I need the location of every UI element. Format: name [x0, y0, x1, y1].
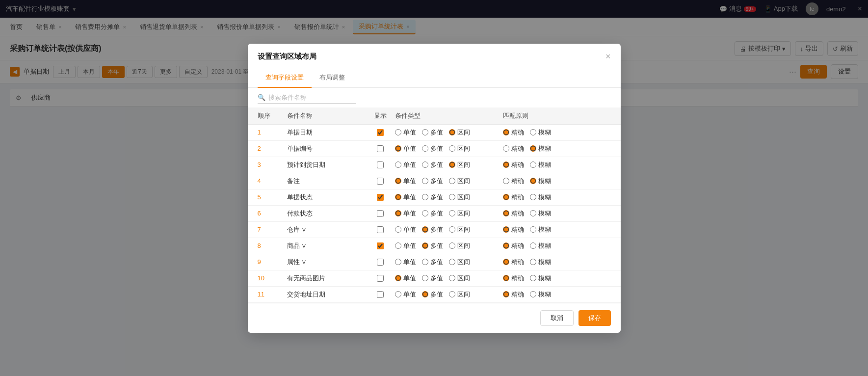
cell-order: 3	[258, 161, 287, 168]
display-checkbox-wrap[interactable]	[377, 259, 384, 266]
dialog-close-btn[interactable]: ×	[605, 52, 611, 62]
display-checkbox[interactable]	[377, 226, 384, 233]
radio-match_exact[interactable]: 精确	[503, 225, 524, 234]
save-button[interactable]: 保存	[579, 310, 611, 326]
display-checkbox[interactable]	[377, 259, 384, 266]
radio-match_fuzzy[interactable]: 模糊	[530, 209, 551, 218]
radio-match_exact[interactable]: 精确	[503, 274, 524, 283]
radio-match_exact[interactable]: 精确	[503, 290, 524, 299]
type-radio-group: 单值 多值 区间	[395, 242, 470, 250]
condition-name: 单据日期	[287, 128, 313, 137]
search-icon: 🔍	[258, 94, 265, 101]
radio-type_multi[interactable]: 多值	[422, 290, 443, 299]
cell-display	[366, 226, 395, 233]
radio-type_multi[interactable]: 多值	[422, 144, 443, 153]
radio-type_range[interactable]: 区间	[449, 177, 470, 186]
display-checkbox[interactable]	[377, 291, 384, 298]
radio-match_fuzzy[interactable]: 模糊	[530, 274, 551, 283]
radio-match_fuzzy[interactable]: 模糊	[530, 128, 551, 137]
radio-type_single[interactable]: 单值	[395, 177, 416, 186]
radio-match_exact[interactable]: 精确	[503, 193, 524, 202]
radio-type_single[interactable]: 单值	[395, 274, 416, 283]
display-checkbox-wrap[interactable]	[377, 275, 384, 282]
dialog-tab-query[interactable]: 查询字段设置	[258, 68, 312, 88]
radio-match_fuzzy[interactable]: 模糊	[530, 161, 551, 169]
order-num: 11	[258, 291, 264, 298]
display-checkbox[interactable]	[377, 242, 384, 249]
radio-match_exact[interactable]: 精确	[503, 144, 524, 153]
radio-type_multi[interactable]: 多值	[422, 242, 443, 250]
type-radio-group: 单值 多值 区间	[395, 290, 470, 299]
radio-type_single[interactable]: 单值	[395, 258, 416, 267]
radio-match_exact[interactable]: 精确	[503, 128, 524, 137]
radio-match_fuzzy[interactable]: 模糊	[530, 144, 551, 153]
display-checkbox[interactable]	[377, 210, 384, 217]
cell-order: 1	[258, 129, 287, 136]
condition-name: 备注	[287, 177, 300, 186]
radio-type_single[interactable]: 单值	[395, 242, 416, 250]
radio-type_multi[interactable]: 多值	[422, 209, 443, 218]
radio-type_single[interactable]: 单值	[395, 290, 416, 299]
radio-type_single[interactable]: 单值	[395, 161, 416, 169]
display-checkbox[interactable]	[377, 161, 384, 168]
radio-match_exact[interactable]: 精确	[503, 177, 524, 186]
radio-type_range[interactable]: 区间	[449, 161, 470, 169]
dialog-tab-layout[interactable]: 布局调整	[312, 68, 353, 88]
table-row: 3 预计到货日期 单值 多值 区间	[248, 157, 621, 173]
radio-type_multi[interactable]: 多值	[422, 193, 443, 202]
radio-match_fuzzy[interactable]: 模糊	[530, 242, 551, 250]
radio-type_multi[interactable]: 多值	[422, 177, 443, 186]
radio-type_range[interactable]: 区间	[449, 225, 470, 234]
radio-type_single[interactable]: 单值	[395, 128, 416, 137]
radio-type_range[interactable]: 区间	[449, 144, 470, 153]
display-checkbox-wrap[interactable]	[377, 129, 384, 136]
search-input[interactable]	[268, 94, 347, 101]
radio-type_single[interactable]: 单值	[395, 144, 416, 153]
radio-match_fuzzy[interactable]: 模糊	[530, 193, 551, 202]
radio-match_exact[interactable]: 精确	[503, 161, 524, 169]
display-checkbox-wrap[interactable]	[377, 226, 384, 233]
radio-match_fuzzy[interactable]: 模糊	[530, 258, 551, 267]
cancel-button[interactable]: 取消	[540, 310, 574, 326]
display-checkbox[interactable]	[377, 178, 384, 185]
cell-name: 交货地址日期	[287, 290, 366, 299]
radio-match_exact[interactable]: 精确	[503, 209, 524, 218]
radio-type_range[interactable]: 区间	[449, 258, 470, 267]
display-checkbox[interactable]	[377, 194, 384, 201]
radio-type_multi[interactable]: 多值	[422, 258, 443, 267]
radio-type_range[interactable]: 区间	[449, 128, 470, 137]
table-row: 1 单据日期 单值 多值 区间	[248, 125, 621, 141]
display-checkbox[interactable]	[377, 145, 384, 152]
match-radio-group: 精确 模糊	[503, 177, 551, 186]
radio-type_range[interactable]: 区间	[449, 274, 470, 283]
display-checkbox-wrap[interactable]	[377, 178, 384, 185]
display-checkbox[interactable]	[377, 275, 384, 282]
radio-type_multi[interactable]: 多值	[422, 161, 443, 169]
radio-type_multi[interactable]: 多值	[422, 128, 443, 137]
radio-type_range[interactable]: 区间	[449, 290, 470, 299]
radio-type_range[interactable]: 区间	[449, 209, 470, 218]
display-checkbox-wrap[interactable]	[377, 291, 384, 298]
radio-type_multi[interactable]: 多值	[422, 274, 443, 283]
display-checkbox-wrap[interactable]	[377, 242, 384, 249]
display-checkbox-wrap[interactable]	[377, 194, 384, 201]
radio-type_multi[interactable]: 多值	[422, 225, 443, 234]
radio-type_range[interactable]: 区间	[449, 242, 470, 250]
display-checkbox[interactable]	[377, 129, 384, 136]
radio-match_exact[interactable]: 精确	[503, 258, 524, 267]
cell-display	[366, 275, 395, 282]
order-num: 1	[258, 129, 261, 136]
display-checkbox-wrap[interactable]	[377, 161, 384, 168]
radio-type_single[interactable]: 单值	[395, 209, 416, 218]
radio-match_fuzzy[interactable]: 模糊	[530, 290, 551, 299]
radio-type_single[interactable]: 单值	[395, 225, 416, 234]
dialog-overlay: 设置查询区域布局 × 查询字段设置 布局调整 🔍 顺序 条件名称 显示	[0, 0, 868, 376]
radio-match_exact[interactable]: 精确	[503, 242, 524, 250]
radio-type_range[interactable]: 区间	[449, 193, 470, 202]
cell-type: 单值 多值 区间	[395, 274, 503, 283]
radio-match_fuzzy[interactable]: 模糊	[530, 177, 551, 186]
radio-match_fuzzy[interactable]: 模糊	[530, 225, 551, 234]
display-checkbox-wrap[interactable]	[377, 145, 384, 152]
radio-type_single[interactable]: 单值	[395, 193, 416, 202]
display-checkbox-wrap[interactable]	[377, 210, 384, 217]
